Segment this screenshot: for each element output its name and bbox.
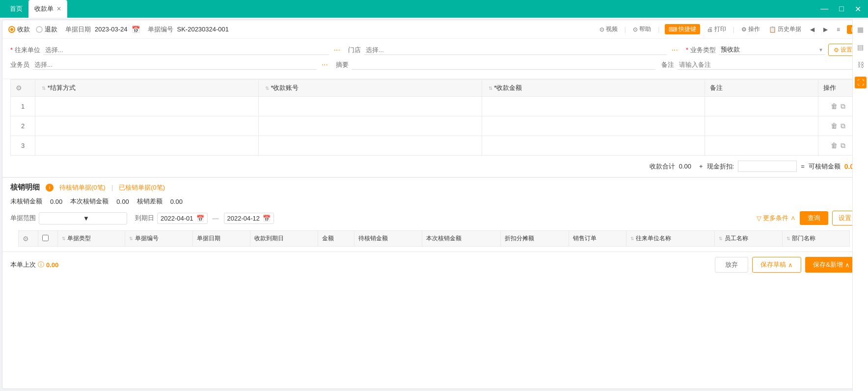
table-row: 3 🗑 ⧉ xyxy=(11,136,858,156)
doc-no-label: 单据编号 xyxy=(148,25,173,34)
store-input[interactable] xyxy=(364,45,667,55)
row-3-amount[interactable] xyxy=(482,136,705,156)
th-remarks: 备注 xyxy=(705,80,818,97)
main-table-container: ⚙ ⇅ *结算方式 ⇅ *收款账号 ⇅ *收款金额 备注 xyxy=(2,79,866,156)
counterparty-input[interactable] xyxy=(43,45,329,55)
salesperson-more-icon[interactable]: ··· xyxy=(320,60,330,69)
start-calendar-icon[interactable]: 📅 xyxy=(196,215,204,222)
right-panel-table-icon[interactable]: ▦ xyxy=(855,24,867,35)
row-3-delete-icon[interactable]: 🗑 xyxy=(831,141,838,150)
help-button[interactable]: ⊙ 帮助 xyxy=(631,24,653,34)
list-view-button[interactable]: ≡ xyxy=(835,25,842,34)
diff-label: 核销差额 xyxy=(137,197,163,206)
range-select[interactable]: ▼ xyxy=(39,212,127,224)
business-type-select[interactable]: ▼ xyxy=(719,45,825,55)
row-2-amount[interactable] xyxy=(482,116,705,136)
video-button[interactable]: ⊙ 视频 xyxy=(597,24,620,34)
table-gear-icon[interactable]: ⚙ xyxy=(16,84,22,92)
prev-order-value: 0.00 xyxy=(46,261,58,269)
counterparty-more-icon[interactable]: ··· xyxy=(332,46,342,55)
discount-label: 现金折扣: xyxy=(707,162,734,171)
row-1-copy-icon[interactable]: ⧉ xyxy=(841,102,845,111)
writeoff-table: ⚙ ⇅ 单据类型 ⇅ 单据编号 xyxy=(18,230,850,247)
close-window-button[interactable]: ✕ xyxy=(852,3,864,15)
right-panel-expand-icon[interactable]: ⛶ xyxy=(855,77,867,88)
row-1-settlement[interactable] xyxy=(35,97,259,116)
th-amount: ⇅ *收款金额 xyxy=(482,80,705,97)
total-value: 0.00 xyxy=(679,163,691,170)
more-conditions-button[interactable]: ▽ 更多条件 ∧ xyxy=(757,214,796,223)
abandon-button[interactable]: 放弃 xyxy=(715,257,748,273)
bth-counterparty-name: ⇅ 往来单位名称 xyxy=(626,231,714,247)
remarks-label: 备注 xyxy=(661,60,674,69)
home-tab-label: 首页 xyxy=(10,4,23,13)
doc-no-group: 单据编号 SK-20230324-001 xyxy=(148,25,229,34)
history-button[interactable]: 📋 历史单据 xyxy=(767,24,803,34)
right-panel-link-icon[interactable]: ⛓ xyxy=(855,59,867,71)
radio-receipt[interactable]: 收款 xyxy=(8,25,30,34)
print-button[interactable]: 🖨 打印 xyxy=(705,24,728,34)
discount-input[interactable] xyxy=(738,161,797,172)
select-all-checkbox[interactable] xyxy=(42,235,49,241)
row-2-copy-icon[interactable]: ⧉ xyxy=(841,122,845,130)
gear-icon-settings: ⚙ xyxy=(834,47,839,54)
row-2-delete-icon[interactable]: 🗑 xyxy=(831,122,838,130)
business-type-dropdown-icon[interactable]: ▼ xyxy=(816,47,825,53)
shortcut-button[interactable]: ⌨ 快捷键 xyxy=(665,24,700,34)
end-calendar-icon[interactable]: 📅 xyxy=(263,215,271,222)
row-2-remarks[interactable] xyxy=(705,116,818,136)
bth-current-writeoff: 本次核销金额 xyxy=(422,231,501,247)
maximize-button[interactable]: □ xyxy=(836,3,847,14)
save-new-button[interactable]: 保存&新增 ∧ xyxy=(805,257,858,273)
bottom-gear-icon[interactable]: ⚙ xyxy=(23,235,29,243)
range-dropdown-icon[interactable]: ▼ xyxy=(81,215,123,222)
footer-info-icon[interactable]: ⓘ xyxy=(38,260,44,269)
salesperson-input[interactable] xyxy=(32,60,317,70)
end-date-input[interactable]: 2022-04-12 📅 xyxy=(224,213,274,224)
minimize-button[interactable]: — xyxy=(817,3,831,14)
remarks-input[interactable] xyxy=(677,60,858,70)
row-2-settlement[interactable] xyxy=(35,116,259,136)
row-3-remarks[interactable] xyxy=(705,136,818,156)
pending-tab-link[interactable]: 待核销单据(0笔) xyxy=(59,183,106,192)
save-draft-button[interactable]: 保存草稿 ∧ xyxy=(752,257,801,273)
row-2-account[interactable] xyxy=(258,116,482,136)
range-label: 单据范围 xyxy=(10,214,36,223)
start-date-input[interactable]: 2022-04-01 📅 xyxy=(157,213,208,224)
close-tab-icon[interactable]: ✕ xyxy=(56,5,61,12)
row-1-remarks[interactable] xyxy=(705,97,818,116)
right-panel-document-icon[interactable]: ▤ xyxy=(855,41,867,53)
counterparty-label: * 往来单位 xyxy=(10,46,40,55)
row-3-copy-icon[interactable]: ⧉ xyxy=(841,141,845,150)
doc-date-calendar-icon[interactable]: 📅 xyxy=(132,26,140,33)
row-3-account[interactable] xyxy=(258,136,482,156)
row-1-delete-icon[interactable]: 🗑 xyxy=(831,102,838,111)
keyboard-icon: ⌨ xyxy=(669,26,677,33)
nav-tab-receipt[interactable]: 收款单 ✕ xyxy=(28,0,67,18)
completed-tab-link[interactable]: 已核销单据(0笔) xyxy=(119,183,165,192)
start-date-value: 2022-04-01 xyxy=(161,215,193,222)
actions-button[interactable]: ⚙ 操作 xyxy=(739,24,762,34)
bth-due-date: 收款到期日 xyxy=(250,231,318,247)
date-range-separator: — xyxy=(211,215,221,222)
store-more-icon[interactable]: ··· xyxy=(670,46,680,55)
business-type-input[interactable] xyxy=(719,45,816,55)
row-3-settlement[interactable] xyxy=(35,136,259,156)
summary-input[interactable] xyxy=(352,60,655,70)
bth-settings: ⚙ xyxy=(19,231,38,247)
radio-refund-label: 退款 xyxy=(45,25,57,34)
salesperson-field-group: 业务员 ··· xyxy=(10,60,330,70)
row-1-account[interactable] xyxy=(258,97,482,116)
writeoff-info-icon[interactable]: i xyxy=(46,184,54,192)
summary-label: 摘要 xyxy=(336,60,349,69)
toolbar: 收款 退款 单据日期 2023-03-24 📅 单据编号 SK-20230324… xyxy=(2,20,866,39)
radio-circle-refund xyxy=(36,26,43,33)
next-record-button[interactable]: ▶ xyxy=(821,25,830,34)
prev-record-button[interactable]: ◀ xyxy=(808,25,816,34)
total-label: 收款合计 xyxy=(650,162,675,171)
search-button[interactable]: 查询 xyxy=(800,211,828,225)
nav-tab-home[interactable]: 首页 xyxy=(4,0,28,18)
radio-refund[interactable]: 退款 xyxy=(36,25,57,34)
row-1-amount[interactable] xyxy=(482,97,705,116)
top-navigation: 首页 收款单 ✕ — □ ✕ xyxy=(0,0,868,18)
